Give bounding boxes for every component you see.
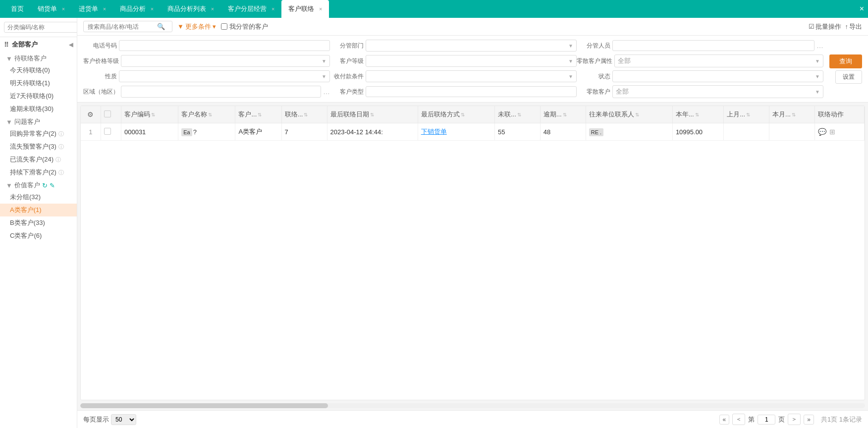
th-contact[interactable]: 联络...⇅ (281, 106, 327, 123)
last-page-button[interactable]: » (804, 415, 814, 425)
filter-row-phone: 电话号码 (83, 40, 330, 51)
sidebar-item-ungrouped[interactable]: 未分组(32) (0, 191, 77, 204)
filter-more-button[interactable]: ▼ 更多条件 ▾ (177, 22, 216, 31)
close-all-button[interactable]: × (860, 4, 864, 13)
edit-icon[interactable]: ✎ (50, 182, 55, 189)
nav-tab-purchase[interactable]: 进货单 × (72, 0, 113, 18)
per-page-select[interactable]: 50 100 200 (111, 414, 136, 425)
collapse-icon[interactable]: ◀ (69, 42, 73, 48)
th-type[interactable]: 客户...⇅ (235, 106, 281, 123)
filter-select-price-level[interactable]: ▼ (121, 55, 330, 67)
first-page-button[interactable]: « (719, 415, 730, 425)
th-checkbox[interactable] (101, 106, 121, 123)
th-thisyear[interactable]: 本年...⇅ (672, 106, 723, 123)
query-button[interactable]: 查询 (829, 54, 862, 68)
top-nav: 首页 销货单 × 进货单 × 商品分析 × 商品分析列表 × 客户分层经营 × … (0, 0, 868, 18)
scrollbar-thumb[interactable] (80, 403, 328, 408)
sidebar-item-today[interactable]: 今天待联络(0) (0, 64, 77, 77)
sidebar-search-input[interactable] (4, 22, 77, 33)
sidebar-item-declining[interactable]: 持续下滑客户(2) ⓘ (0, 166, 77, 179)
refresh-icon[interactable]: ↻ (42, 182, 48, 189)
filter-more-label: 更多条件 (185, 22, 211, 31)
sidebar-all-customers-header[interactable]: ⠿ 全部客户 ◀ (0, 37, 77, 52)
th-lastmethod[interactable]: 最后联络方式⇅ (418, 106, 494, 123)
filter-row-customer-type: 客户类型 (330, 86, 577, 97)
sidebar-item-overdue[interactable]: 逾期未联络(30) (0, 103, 77, 115)
dots-icon-region[interactable]: … (323, 88, 330, 96)
filter-select-sparse-attr[interactable]: 全部 ▼ (614, 54, 823, 67)
nav-tab-sales[interactable]: 销货单 × (31, 0, 72, 18)
sort-icon-lastdate: ⇅ (370, 112, 374, 117)
dots-icon-person[interactable]: … (816, 42, 823, 50)
filter-select-status[interactable]: ▼ (612, 70, 823, 82)
nav-tab-purchase-close[interactable]: × (103, 6, 106, 12)
nav-tab-customer-tier-close[interactable]: × (271, 6, 274, 12)
page-number-input[interactable] (758, 415, 775, 425)
nav-tab-customer-contact-close[interactable]: × (319, 6, 322, 12)
my-customers-checkbox-label[interactable]: 我分管的客户 (221, 22, 268, 31)
content-area: 🔍 ▼ 更多条件 ▾ 我分管的客户 ☑ 批量操作 ↑ 导出 (77, 18, 868, 428)
th-name[interactable]: 客户名称⇅ (178, 106, 235, 123)
cell-checkbox[interactable] (101, 123, 121, 141)
nav-tab-customer-contact[interactable]: 客户联络 × (281, 0, 329, 18)
th-overdue[interactable]: 逾期...⇅ (540, 106, 586, 123)
th-uncontact[interactable]: 未联...⇅ (494, 106, 540, 123)
filter-row-payment: 收付款条件 ▼ (330, 70, 577, 82)
filter-input-customer-type[interactable] (366, 86, 577, 97)
filter-search-icon[interactable]: 🔍 (157, 23, 165, 30)
export-button[interactable]: ↑ 导出 (845, 22, 863, 31)
settings-button[interactable]: 设置 (835, 70, 862, 84)
filter-input-person[interactable] (612, 40, 814, 51)
sidebar-item-churn-warning[interactable]: 流失预警客户(3) ⓘ (0, 140, 77, 153)
nav-tab-home[interactable]: 首页 (4, 0, 31, 18)
nav-tab-customer-tier[interactable]: 客户分层经营 × (221, 0, 281, 18)
nav-tab-analysis-list-close[interactable]: × (211, 6, 214, 12)
filter-select-customer-level[interactable]: ▼ (366, 55, 577, 67)
sidebar-item-overdue-label: 逾期未联络(30) (10, 105, 54, 113)
th-lastmonth[interactable]: 上月...⇅ (724, 106, 769, 123)
table-footer: 每页显示 50 100 200 « ＜ 第 页 ＞ » 共1页 1条记录 (77, 410, 868, 428)
grid-action-icon[interactable]: ⊞ (829, 128, 835, 136)
per-page-label: 每页显示 (83, 415, 109, 424)
sidebar-item-churned[interactable]: 已流失客户(24) ⓘ (0, 153, 77, 166)
th-lastdate[interactable]: 最后联络日期⇅ (327, 106, 418, 123)
dept-arrow-icon: ▼ (568, 43, 573, 49)
th-contact2[interactable]: 往来单位联系人⇅ (586, 106, 672, 123)
filter-label-sparse-customer: 零散客户 (577, 88, 610, 96)
filter-select-dept[interactable]: ▼ (366, 40, 577, 52)
sidebar: 🔍 ⠿ 全部客户 ◀ ▼ 待联络客户 今天待联络(0) 明天待联络(1) 近7天… (0, 18, 77, 428)
th-settings[interactable]: ⚙ (81, 106, 101, 123)
gear-settings-icon[interactable]: ⚙ (87, 110, 94, 118)
nav-tab-analysis[interactable]: 商品分析 × (113, 0, 161, 18)
nav-tab-analysis-list-label: 商品分析列表 (167, 5, 206, 12)
sidebar-item-b-class[interactable]: B类客户(33) (0, 216, 77, 229)
my-customers-checkbox[interactable] (221, 23, 227, 30)
filter-select-nature[interactable]: ▼ (119, 70, 330, 82)
th-code[interactable]: 客户编码⇅ (121, 106, 178, 123)
nav-tab-sales-close[interactable]: × (62, 6, 65, 12)
sidebar-item-repurchase-abnormal[interactable]: 回购异常客户(2) ⓘ (0, 127, 77, 140)
th-thismonth[interactable]: 本月...⇅ (769, 106, 815, 123)
nav-tab-analysis-list[interactable]: 商品分析列表 × (161, 0, 221, 18)
row-checkbox[interactable] (104, 128, 111, 135)
nav-tab-analysis-close[interactable]: × (151, 6, 154, 12)
filter-select-payment[interactable]: ▼ (366, 70, 577, 82)
select-all-checkbox[interactable] (104, 110, 111, 117)
sidebar-item-a-class[interactable]: A类客户(1) (0, 204, 77, 216)
page-label: 第 (748, 415, 755, 424)
filter-select-region[interactable] (121, 86, 321, 98)
filter-select-sparse-customer[interactable]: 全部 ▼ (612, 85, 823, 98)
horizontal-scrollbar[interactable] (80, 403, 865, 408)
filter-input-phone[interactable] (119, 40, 330, 51)
prev-page-button[interactable]: ＜ (732, 414, 745, 425)
sidebar-item-c-class[interactable]: C类客户(6) (0, 229, 77, 242)
comment-icon[interactable]: 💬 (818, 128, 826, 136)
next-page-button[interactable]: ＞ (788, 414, 801, 425)
sidebar-item-tomorrow-label: 明天待联络(1) (10, 79, 50, 88)
batch-op-button[interactable]: ☑ 批量操作 (809, 22, 841, 31)
sidebar-item-tomorrow[interactable]: 明天待联络(1) (0, 77, 77, 90)
last-method-link[interactable]: 下销货单 (421, 128, 447, 135)
filter-search-input[interactable] (88, 23, 157, 30)
cell-lastmethod[interactable]: 下销货单 (418, 123, 494, 141)
sidebar-item-7days[interactable]: 近7天待联络(0) (0, 90, 77, 103)
